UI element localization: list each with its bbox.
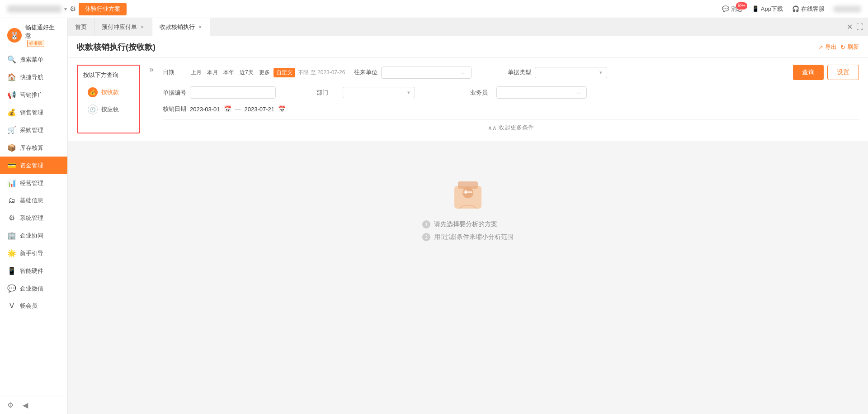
filter-box-title: 按以下方查询: [83, 71, 134, 79]
tab-close-all-btn[interactable]: ✕: [847, 23, 853, 31]
voucher-label: 单据编号: [163, 89, 186, 97]
empty-icon: [441, 168, 495, 213]
verify-start-calendar-icon[interactable]: 📅: [224, 105, 231, 113]
date-btn-this-month[interactable]: 本月: [205, 68, 220, 77]
date-btn-last-month[interactable]: 上月: [189, 68, 203, 77]
date-group: 上月 本月 本年 近7天 更多 自定义 不限 至 2023-07-26: [189, 68, 345, 77]
filter-option-by-receipt[interactable]: 💰 按收款: [83, 85, 134, 100]
sidebar-item-sales[interactable]: 💰 销售管理: [0, 104, 67, 121]
wechat-icon: 💬: [7, 284, 16, 293]
message-btn[interactable]: 💬 消息 99+: [722, 5, 743, 13]
sidebar-item-wechat[interactable]: 💬 企业微信: [0, 280, 67, 297]
query-btn[interactable]: 查询: [793, 65, 824, 80]
date-btn-7days[interactable]: 近7天: [238, 68, 255, 77]
page-title-actions: ↗ 导出 ↻ 刷新: [818, 43, 859, 51]
sidebar-item-hardware[interactable]: 📱 智能硬件: [0, 262, 67, 280]
settings-bottom-icon[interactable]: ⚙: [7, 401, 14, 409]
sidebar-item-system[interactable]: ⚙ 系统管理: [0, 209, 67, 227]
date-input-wrapper: 不限 至 2023-07-26: [298, 69, 345, 76]
tab-prepay-label: 预付冲应付单: [102, 23, 137, 31]
edition-tag: 标准版: [27, 40, 44, 47]
sidebar-item-enterprise[interactable]: 🏢 企业协同: [0, 227, 67, 244]
verify-end-calendar-icon[interactable]: 📅: [278, 105, 286, 113]
tab-home[interactable]: 首页: [68, 18, 94, 36]
export-btn[interactable]: ↗ 导出: [818, 43, 837, 51]
enterprise-icon: 🏢: [7, 231, 16, 240]
verify-date-label: 核销日期: [163, 105, 186, 113]
sidebar-item-inventory[interactable]: 📦 库存核算: [0, 139, 67, 157]
sidebar-label-sales: 销售管理: [20, 109, 43, 117]
search-icon: 🔍: [7, 55, 16, 64]
industry-btn[interactable]: 休验行业方案: [79, 3, 127, 15]
dept-chevron-icon: ▾: [407, 90, 410, 95]
filter-option-by-receivable[interactable]: 🕐 按应收: [83, 102, 134, 117]
step2-num: 2: [422, 233, 430, 241]
step1-text: 请先选择要分析的方案: [434, 220, 497, 228]
by-receivable-icon: 🕐: [88, 105, 98, 114]
filter-collapse-btn[interactable]: »: [147, 65, 156, 74]
sidebar-item-purchase[interactable]: 🛒 采购管理: [0, 121, 67, 139]
sidebar-item-guide[interactable]: 🌟 新手引导: [0, 244, 67, 262]
sales-icon: 💰: [7, 108, 16, 117]
date-btn-this-year[interactable]: 本年: [222, 68, 236, 77]
collapse-conditions-btn[interactable]: ∧∧ 收起更多条件: [488, 124, 534, 132]
main-layout: 🐰 畅捷通好生意 标准版 🔍 搜索菜单 🏠 快捷导航 📢 营销推广 💰 销售管理: [0, 18, 868, 414]
salesman-dots: ···: [576, 89, 581, 96]
sidebar: 🐰 畅捷通好生意 标准版 🔍 搜索菜单 🏠 快捷导航 📢 营销推广 💰 销售管理: [0, 18, 68, 414]
inventory-icon: 📦: [7, 143, 16, 152]
verify-date-range: 2023-03-01 📅 — 2023-07-21 📅: [190, 105, 286, 113]
collapse-conditions-row: ∧∧ 收起更多条件: [163, 119, 859, 133]
sidebar-item-basic[interactable]: 🗂 基础信息: [0, 192, 67, 209]
filter-field-salesman: 业务员 ···: [470, 86, 615, 99]
finance-icon: 💳: [7, 161, 16, 170]
settings-btn[interactable]: 设置: [827, 65, 859, 80]
hardware-icon: 📱: [7, 266, 16, 275]
partner-input[interactable]: ···: [381, 67, 472, 79]
date-unlimited: 不限: [298, 69, 309, 76]
filter-field-verify-date: 核销日期 2023-03-01 📅 — 2023-07-21 📅: [163, 105, 307, 113]
dept-label: 部门: [316, 89, 339, 97]
dept-select[interactable]: ▾: [343, 87, 415, 98]
sidebar-label-wechat: 企业微信: [20, 285, 43, 293]
sidebar-label-basic: 基础信息: [20, 196, 43, 205]
sidebar-item-vip[interactable]: V 畅会员: [0, 297, 67, 314]
date-to-text: 至 2023-07-26: [311, 69, 345, 76]
date-btn-more[interactable]: 更多: [257, 68, 272, 77]
tab-collect[interactable]: 收款核销执行 ×: [152, 18, 210, 36]
refresh-btn[interactable]: ↻ 刷新: [840, 43, 859, 51]
sidebar-label-operations: 经营管理: [20, 179, 43, 187]
partner-select-wrapper: ···: [381, 67, 472, 79]
gear-icon[interactable]: ⚙: [70, 5, 76, 13]
sidebar-item-operations[interactable]: 📊 经营管理: [0, 174, 67, 192]
sidebar-item-finance[interactable]: 💳 资金管理: [0, 157, 67, 174]
tab-expand-btn[interactable]: ⛶: [856, 23, 863, 31]
collapse-up-icon: ∧∧: [488, 124, 497, 131]
content-area: 首页 预付冲应付单 × 收款核销执行 × ✕ ⛶ 收款核销执行(按收款): [68, 18, 868, 414]
collapse-sidebar-icon[interactable]: ◀: [23, 401, 28, 409]
filter-right: 日期 上月 本月 本年 近7天 更多 自定义: [163, 65, 859, 133]
salesman-input[interactable]: ···: [496, 86, 587, 99]
step1-num: 1: [422, 220, 430, 228]
sidebar-label-marketing: 营销推广: [20, 91, 43, 99]
voucher-input[interactable]: [190, 86, 276, 99]
online-service-btn[interactable]: 🎧 在线客服: [792, 5, 825, 13]
by-receivable-label: 按应收: [101, 105, 119, 114]
tab-prepay[interactable]: 预付冲应付单 ×: [94, 18, 152, 36]
doctype-select[interactable]: ▾: [535, 67, 607, 78]
sidebar-item-marketing[interactable]: 📢 营销推广: [0, 86, 67, 104]
date-btn-custom[interactable]: 自定义: [274, 68, 295, 77]
export-label: 导出: [825, 43, 837, 51]
tab-prepay-close[interactable]: ×: [140, 23, 145, 31]
filter-panel: 按以下方查询 💰 按收款 🕐 按应收 »: [68, 57, 868, 141]
sidebar-label-purchase: 采购管理: [20, 126, 43, 134]
chevron-down-icon[interactable]: ▾: [64, 6, 67, 12]
top-bar-title-blur: [7, 5, 61, 13]
empty-step1: 1 请先选择要分析的方案: [422, 220, 514, 228]
sidebar-item-quick-nav[interactable]: 🏠 快捷导航: [0, 68, 67, 86]
app-download-btn[interactable]: 📱 App下载: [752, 5, 783, 13]
tab-collect-close[interactable]: ×: [198, 23, 203, 31]
sidebar-item-search-menu[interactable]: 🔍 搜索菜单: [0, 51, 67, 68]
sidebar-logo: 🐰 畅捷通好生意 标准版: [0, 18, 67, 51]
filter-row-2: 单据编号 部门 ▾ 业务员: [163, 86, 859, 99]
brand-name: 畅捷通好生意: [25, 24, 60, 40]
